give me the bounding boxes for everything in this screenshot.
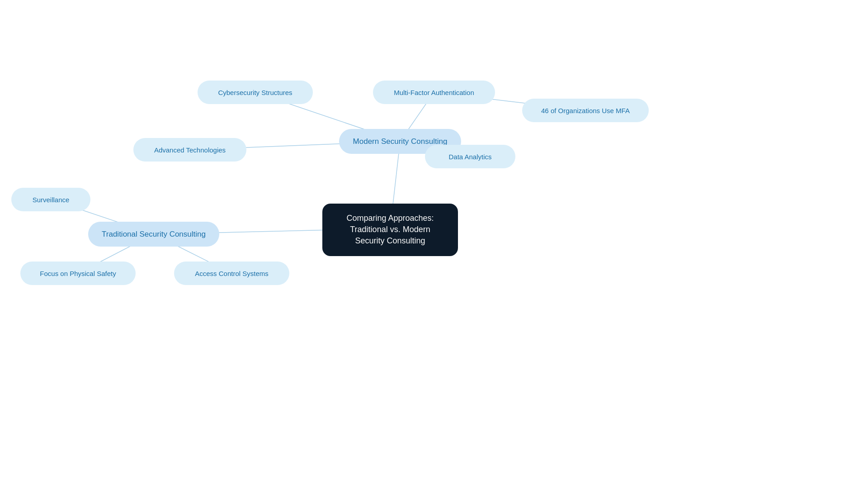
node-mfa[interactable]: Multi-Factor Authentication	[373, 81, 495, 104]
node-surveillance[interactable]: Surveillance	[11, 188, 90, 211]
node-cybersecurity[interactable]: Cybersecurity Structures	[198, 81, 313, 104]
node-center[interactable]: Comparing Approaches: Traditional vs. Mo…	[322, 204, 458, 256]
node-access_control[interactable]: Access Control Systems	[174, 262, 289, 285]
node-physical_safety[interactable]: Focus on Physical Safety	[20, 262, 136, 285]
node-mfa_stat[interactable]: 46 of Organizations Use MFA	[522, 99, 649, 122]
node-traditional[interactable]: Traditional Security Consulting	[88, 222, 219, 247]
mindmap-container: Comparing Approaches: Traditional vs. Mo…	[0, 0, 868, 490]
node-advanced[interactable]: Advanced Technologies	[133, 138, 246, 162]
node-data_analytics[interactable]: Data Analytics	[425, 145, 515, 168]
